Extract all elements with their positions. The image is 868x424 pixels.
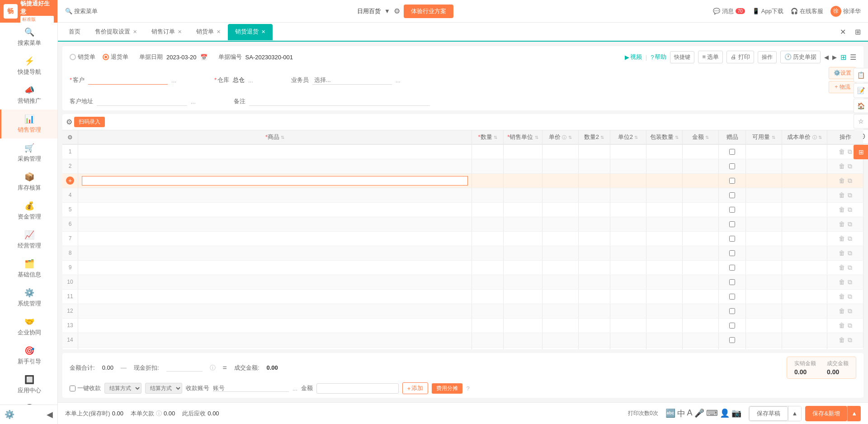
row-delete-icon[interactable]: 🗑 [839,264,845,272]
row-copy-icon[interactable]: ⧉ [848,206,852,214]
expense-split-btn[interactable]: 费用分摊 [432,383,462,394]
tool-btn-7[interactable]: 📷 [731,408,741,419]
list-view-icon[interactable]: ☰ [850,53,856,62]
row-delete-icon[interactable]: 🗑 [839,162,845,170]
scan-btn[interactable]: 扫码录入 [74,117,105,127]
message-item[interactable]: 💬 消息 70 [713,7,745,15]
sidebar-item-search[interactable]: 🔍 搜索菜单 [0,23,57,52]
row-copy-icon[interactable]: ⧉ [848,293,852,300]
gift-checkbox[interactable] [729,207,735,213]
add-expense-btn[interactable]: + 添加 [402,382,429,394]
tab-home[interactable]: 首页 [61,24,88,40]
operation-btn[interactable]: 操作 [758,51,777,63]
tool-btn-3[interactable]: A [687,408,693,419]
customer-select-btn[interactable]: ... [171,77,176,84]
row-copy-icon[interactable]: ⧉ [848,220,852,228]
user-profile[interactable]: 徐 徐泽华 [830,6,861,17]
pkg-cell[interactable] [646,144,682,159]
unit2-cell[interactable] [610,144,646,159]
tab-sales-order[interactable]: 销售订单 ✕ [144,24,189,40]
row-copy-icon[interactable]: ⧉ [848,162,852,170]
app-download-item[interactable]: 📱 App下载 [752,7,783,15]
tab-expand-icon[interactable]: ⊞ [851,26,864,38]
sidebar-item-inventory[interactable]: 📦 库存核算 [0,167,57,196]
sidebar-item-wechat[interactable]: 💬 企业微信 [0,399,57,405]
tool-btn-2[interactable]: 中 [677,408,685,419]
sidebar-item-purchase[interactable]: 🛒 采购管理 [0,138,57,167]
row-copy-icon[interactable]: ⧉ [848,307,852,315]
qty2-cell[interactable] [578,159,610,173]
row-delete-icon[interactable]: 🗑 [839,177,845,185]
qty-cell[interactable] [472,159,504,173]
row-copy-icon[interactable]: ⧉ [848,278,852,286]
topbar-gear-icon[interactable]: ⚙ [394,7,400,15]
history-btn[interactable]: 🕐 历史单据 [780,51,821,63]
qty2-cell-active[interactable] [578,173,610,188]
gift-checkbox[interactable] [729,279,735,285]
row-copy-icon[interactable]: ⧉ [848,264,852,272]
online-service-item[interactable]: 🎧 在线客服 [791,7,823,15]
amount-cell-active[interactable] [683,173,719,188]
gift-checkbox[interactable] [729,236,735,242]
tab-price-settings[interactable]: 售价提取设置 ✕ [88,24,144,40]
sidebar-item-sales[interactable]: 📊 销售管理 [0,110,57,138]
topbar-nav-dropdown-icon[interactable]: ▼ [384,8,390,14]
grid-view-icon[interactable]: ⊞ [840,53,846,62]
sidebar-item-enterprise[interactable]: 🤝 企业协同 [0,312,57,341]
col-settings-icon[interactable]: ⚙ [67,134,73,141]
sidebar-item-operation[interactable]: 📈 经营管理 [0,225,57,254]
unit-cell[interactable] [504,144,542,159]
settings-btn[interactable]: ⚙️设置 [829,67,856,79]
tool-btn-6[interactable]: 👤 [720,408,730,419]
tool-btn-5[interactable]: ⌨ [706,408,718,419]
unit-sort-icon[interactable]: ⇅ [535,135,538,140]
product-cell[interactable] [78,144,472,159]
product-cell[interactable] [78,159,472,173]
right-panel-btn-4[interactable]: ☆ [854,114,868,129]
sidebar-item-finance[interactable]: 💰 资金管理 [0,196,57,225]
price-info-icon[interactable]: ⓘ [562,135,566,140]
right-panel-btn-2[interactable]: 📝 [854,83,868,98]
cost-info-icon[interactable]: ⓘ [812,135,817,140]
video-link[interactable]: ▶ 视频 [625,53,642,61]
amount-sort-icon[interactable]: ⇅ [705,135,709,140]
tab-close-all-icon[interactable]: ✕ [836,26,849,38]
tool-btn-1[interactable]: 🔤 [665,408,675,419]
expense-help-icon[interactable]: ? [466,385,469,392]
tab-close-sales-order[interactable]: ✕ [178,29,182,35]
row-delete-icon[interactable]: 🗑 [839,191,845,199]
unit2-cell[interactable] [610,159,646,173]
qty2-sort-icon[interactable]: ⇅ [600,135,604,140]
pkg-cell[interactable] [646,159,682,173]
gift-checkbox[interactable] [729,163,735,169]
next-record-icon[interactable]: ▶ [832,54,837,61]
amount-cell[interactable] [683,144,719,159]
cash-discount-input[interactable] [166,364,203,372]
settlement-method-select[interactable]: 结算方式 [104,383,142,394]
logistics-btn[interactable]: + 物流 [829,81,856,93]
row-delete-icon[interactable]: 🗑 [839,235,845,243]
row-delete-icon[interactable]: 🗑 [839,293,845,300]
qty-sort-icon[interactable]: ⇅ [494,135,497,140]
pkg-cell-active[interactable] [646,173,682,188]
print-btn[interactable]: 🖨 打印 [726,51,754,63]
row-copy-icon[interactable]: ⧉ [848,322,852,329]
account-input[interactable] [213,385,289,392]
experience-button[interactable]: 体验行业方案 [404,5,453,18]
salesperson-input[interactable] [312,76,392,85]
product-input-active[interactable] [82,176,468,186]
price-cell[interactable] [542,159,578,173]
price-sort-icon[interactable]: ⇅ [568,135,572,140]
owe-info-icon[interactable]: ⓘ [156,410,162,418]
tab-close-sales-delivery[interactable]: ✕ [217,29,221,35]
qty2-cell[interactable] [578,144,610,159]
row-delete-icon[interactable]: 🗑 [839,307,845,315]
tab-sales-return[interactable]: 销货退货 ✕ [228,24,273,40]
pkg-sort-icon[interactable]: ⇅ [675,135,679,140]
tab-close-price-settings[interactable]: ✕ [133,29,137,35]
gift-checkbox[interactable] [729,178,735,184]
calendar-icon[interactable]: 📅 [200,54,208,61]
gift-checkbox[interactable] [729,265,735,271]
help-link[interactable]: ? 帮助 [651,53,666,61]
radio-return[interactable]: 退货单 [103,53,128,61]
